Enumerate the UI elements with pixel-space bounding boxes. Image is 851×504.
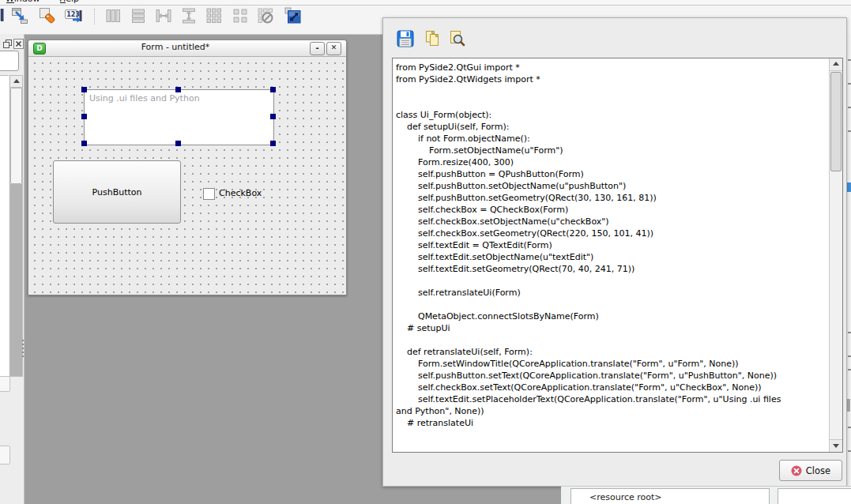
checkbox-widget[interactable] <box>203 188 215 200</box>
adjust-size-icon[interactable] <box>284 6 303 25</box>
selection-handle[interactable] <box>175 141 181 146</box>
toolbar-separator <box>94 9 96 24</box>
menu-mnemonic-underline <box>6 2 14 3</box>
layout-horizontal-splitter-icon[interactable] <box>154 6 173 25</box>
menu-mnemonic-underline <box>60 2 66 3</box>
scroll-up-icon[interactable] <box>10 76 22 88</box>
widget-list-edge[interactable] <box>0 75 9 376</box>
generated-python-code: from PySide2.QtGui import * from PySide2… <box>393 58 842 432</box>
copy-icon[interactable] <box>424 29 442 48</box>
scroll-down-icon[interactable] <box>830 439 842 452</box>
selection-handle[interactable] <box>175 87 181 92</box>
checkbox-label: CheckBox <box>219 188 262 199</box>
break-layout-icon[interactable] <box>256 6 275 25</box>
scroll-up-icon[interactable] <box>830 58 842 71</box>
dock-panel-edge <box>0 376 10 392</box>
form-canvas[interactable]: Using .ui files and Python PushButton Ch… <box>28 57 346 295</box>
layout-vertical-splitter-icon[interactable] <box>179 6 198 25</box>
save-icon[interactable] <box>396 29 415 48</box>
qt-designer-screen: Window Help 123 <box>0 0 851 504</box>
edit-signals-slots-icon[interactable] <box>10 6 29 25</box>
close-button-label: Close <box>806 465 830 476</box>
selection-handle[interactable] <box>270 114 276 119</box>
splitter-handle[interactable] <box>22 337 24 359</box>
resource-tree-panel: <resource root> <box>570 488 770 504</box>
pushbutton-widget[interactable]: PushButton <box>53 160 181 224</box>
code-scrollbar[interactable] <box>829 58 842 452</box>
scrollbar-track[interactable] <box>10 184 22 376</box>
layout-grid-icon[interactable] <box>205 6 224 25</box>
close-circle-icon <box>791 465 802 476</box>
widget-filter-input[interactable] <box>0 51 19 71</box>
widget-list-scrollbar[interactable] <box>9 75 23 377</box>
minimize-button[interactable]: - <box>310 42 325 55</box>
edit-widgets-icon[interactable] <box>0 6 7 25</box>
close-window-button[interactable]: ✕ <box>326 42 341 55</box>
generated-code-textarea[interactable]: from PySide2.QtGui import * from PySide2… <box>392 58 843 453</box>
find-icon[interactable] <box>447 29 466 48</box>
selection-handle[interactable] <box>81 141 87 146</box>
scrollbar-thumb[interactable] <box>830 72 842 171</box>
form-window-titlebar[interactable]: D Form - untitled* - ✕ <box>28 40 346 57</box>
dock-float-icon[interactable] <box>2 37 13 47</box>
layout-vertical-icon[interactable] <box>129 6 148 25</box>
dock-panel-edge <box>0 446 10 465</box>
menu-bar: Window Help <box>0 0 851 6</box>
resource-detail-panel <box>778 488 851 504</box>
widget-box-dock-edge <box>0 34 24 504</box>
layout-form-icon[interactable] <box>231 6 250 25</box>
scrollbar-thumb[interactable] <box>10 88 22 184</box>
resource-browser-dock: <resource root> <box>561 486 851 504</box>
svg-text:123: 123 <box>66 11 80 18</box>
code-viewer-window: from PySide2.QtGui import * from PySide2… <box>382 17 847 487</box>
form-window-title: Form - untitled* <box>28 42 322 52</box>
selected-row-edge <box>847 182 851 192</box>
dock-close-icon[interactable] <box>13 37 24 47</box>
close-button[interactable]: Close <box>779 460 842 481</box>
selection-handle[interactable] <box>270 87 276 92</box>
edit-tab-order-icon[interactable]: 123 <box>64 6 83 25</box>
resource-root-item[interactable]: <resource root> <box>589 492 662 502</box>
form-editor-window: D Form - untitled* - ✕ Using .ui files a… <box>28 39 347 295</box>
textedit-widget[interactable]: Using .ui files and Python <box>84 89 274 145</box>
edit-buddies-icon[interactable] <box>38 6 57 25</box>
selection-handle[interactable] <box>81 114 87 119</box>
layout-horizontal-icon[interactable] <box>104 6 122 25</box>
selection-handle[interactable] <box>270 141 276 146</box>
selection-handle[interactable] <box>81 87 87 92</box>
